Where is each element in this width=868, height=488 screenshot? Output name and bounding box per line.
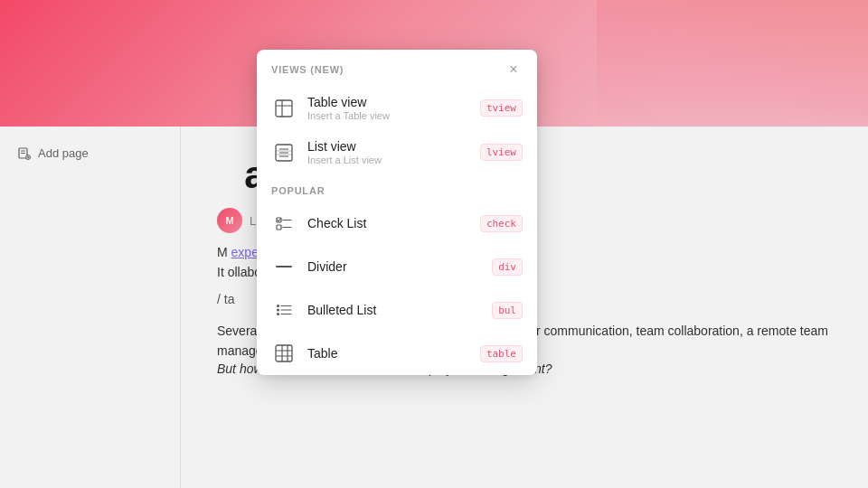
table-text: Table xyxy=(307,346,469,361)
list-view-desc: Insert a List view xyxy=(307,155,469,165)
divider-name: Divider xyxy=(307,259,481,274)
popup-menu: VIEWS (NEW) × Table view Insert a Table … xyxy=(257,50,537,375)
divider-text: Divider xyxy=(307,259,481,274)
svg-point-24 xyxy=(277,313,279,315)
bulleted-list-shortcut: bul xyxy=(492,302,523,319)
list-view-name: List view xyxy=(307,139,469,154)
bulleted-list-name: Bulleted List xyxy=(307,303,481,317)
svg-rect-17 xyxy=(277,225,281,230)
checklist-text: Check List xyxy=(307,216,469,230)
list-view-icon xyxy=(271,140,297,165)
checklist-name: Check List xyxy=(307,216,469,230)
bulleted-list-text: Bulleted List xyxy=(307,303,481,317)
svg-rect-6 xyxy=(276,100,292,117)
table-view-desc: Insert a Table view xyxy=(307,110,469,121)
bulleted-list-icon xyxy=(271,297,297,323)
popup-header: VIEWS (NEW) × xyxy=(257,50,537,86)
checklist-icon xyxy=(271,211,297,236)
table-view-icon xyxy=(271,96,297,121)
divider-icon xyxy=(271,254,297,279)
menu-item-list-view[interactable]: List view Insert a List view lview xyxy=(257,130,537,174)
popular-section-header: POPULAR xyxy=(257,174,537,202)
svg-rect-26 xyxy=(276,345,292,361)
svg-point-20 xyxy=(277,305,279,307)
table-shortcut: table xyxy=(480,345,523,362)
menu-item-table-view[interactable]: Table view Insert a Table view tview xyxy=(257,86,537,130)
menu-item-divider[interactable]: Divider div xyxy=(257,245,537,288)
list-view-shortcut: lview xyxy=(480,144,523,161)
popular-label: POPULAR xyxy=(271,185,325,196)
table-name: Table xyxy=(307,346,469,361)
menu-item-bulleted-list[interactable]: Bulleted List bul xyxy=(257,288,537,332)
table-view-text: Table view Insert a Table view xyxy=(307,95,469,121)
divider-shortcut: div xyxy=(492,258,523,276)
svg-point-22 xyxy=(277,309,279,312)
menu-item-checklist[interactable]: Check List check xyxy=(257,202,537,245)
table-view-name: Table view xyxy=(307,95,469,109)
list-view-text: List view Insert a List view xyxy=(307,139,469,165)
popup-title: VIEWS (NEW) xyxy=(271,64,344,75)
table-icon xyxy=(271,341,297,366)
close-button[interactable]: × xyxy=(505,61,523,79)
menu-item-table[interactable]: Table table xyxy=(257,332,537,375)
table-view-shortcut: tview xyxy=(480,99,523,117)
checklist-shortcut: check xyxy=(480,215,523,232)
